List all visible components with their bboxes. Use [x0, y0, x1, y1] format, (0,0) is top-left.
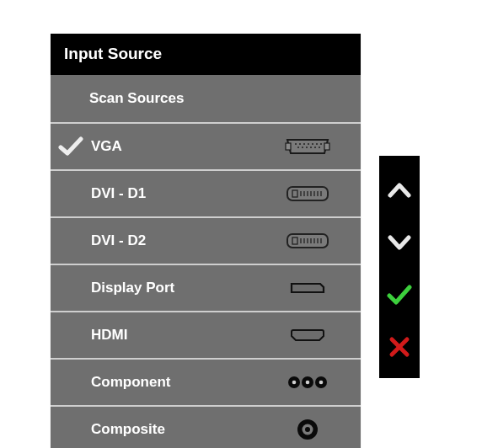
- osd-nav-strip: [379, 156, 420, 378]
- menu-item-label: VGA: [91, 138, 122, 155]
- menu-item-label: Composite: [91, 421, 165, 438]
- menu-item-hdmi[interactable]: HDMI: [51, 311, 361, 358]
- svg-point-13: [314, 147, 316, 148]
- svg-point-11: [306, 147, 308, 148]
- nav-up-button[interactable]: [379, 164, 420, 216]
- svg-point-12: [310, 147, 312, 148]
- svg-point-34: [292, 381, 297, 385]
- menu-item-scan-sources[interactable]: Scan Sources: [51, 75, 361, 122]
- menu-item-label: DVI - D2: [91, 232, 146, 249]
- osd-title-text: Input Source: [64, 45, 162, 62]
- input-source-osd-menu: Input Source Scan Sources VGA: [51, 34, 361, 448]
- vga-connector-icon: [278, 124, 337, 169]
- menu-item-dvi-d2[interactable]: DVI - D2: [51, 216, 361, 264]
- menu-item-label: Scan Sources: [89, 90, 184, 107]
- close-icon: [388, 336, 410, 358]
- menu-item-composite[interactable]: Composite: [51, 405, 361, 448]
- nav-cancel-button[interactable]: [379, 321, 420, 373]
- svg-point-38: [319, 381, 324, 385]
- svg-point-41: [305, 427, 310, 432]
- menu-item-vga[interactable]: VGA: [51, 122, 361, 169]
- svg-point-14: [319, 147, 320, 148]
- displayport-connector-icon: [278, 265, 337, 311]
- menu-item-dvi-d1[interactable]: DVI - D1: [51, 169, 361, 216]
- svg-point-7: [316, 143, 318, 145]
- menu-item-label: Display Port: [91, 280, 174, 296]
- composite-connector-icon: [278, 407, 337, 448]
- svg-point-8: [320, 143, 322, 145]
- component-connector-icon: [278, 360, 337, 405]
- nav-confirm-button[interactable]: [379, 269, 420, 321]
- chevron-down-icon: [388, 234, 411, 251]
- menu-item-component[interactable]: Component: [51, 358, 361, 405]
- svg-point-6: [312, 143, 313, 145]
- menu-item-label: Component: [91, 374, 170, 391]
- check-icon: [51, 136, 91, 157]
- menu-item-label: DVI - D1: [91, 185, 146, 202]
- svg-rect-1: [324, 143, 329, 150]
- osd-title: Input Source: [51, 34, 361, 75]
- hdmi-connector-icon: [278, 312, 337, 358]
- menu-item-display-port[interactable]: Display Port: [51, 264, 361, 311]
- svg-point-5: [308, 143, 309, 145]
- svg-point-4: [303, 143, 305, 145]
- svg-point-36: [306, 381, 310, 385]
- svg-point-2: [295, 143, 297, 145]
- svg-point-9: [297, 147, 299, 148]
- svg-point-3: [299, 143, 301, 145]
- dvi-connector-icon: [278, 218, 337, 264]
- svg-rect-0: [286, 143, 291, 150]
- dvi-connector-icon: [278, 171, 337, 216]
- chevron-up-icon: [388, 182, 411, 199]
- check-icon: [387, 284, 412, 306]
- nav-down-button[interactable]: [379, 216, 420, 269]
- svg-point-10: [302, 147, 303, 148]
- menu-item-label: HDMI: [91, 327, 127, 344]
